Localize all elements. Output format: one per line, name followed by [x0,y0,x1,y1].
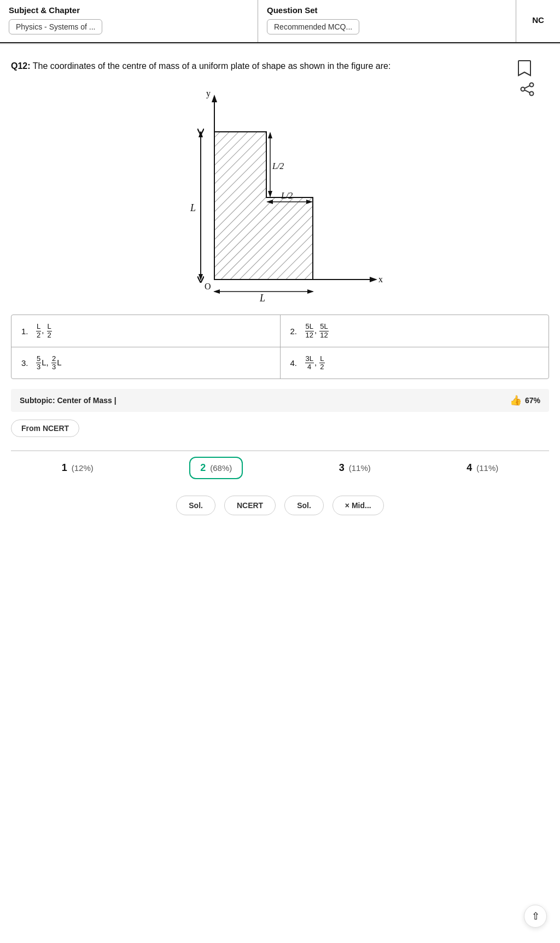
answer-4-pct: (11%) [476,463,498,473]
answer-1-num: 1 [62,462,67,474]
subtopic-text: Subtopic: Center of Mass | [20,396,116,405]
physics-figure: O x y [176,83,384,301]
svg-text:L: L [190,202,196,213]
option-cell-4[interactable]: 4. 3L4, L2 [281,347,549,379]
option-cell-2[interactable]: 2. 5L12, 5L12 [281,315,549,347]
option-2-num: 2. [290,327,300,336]
ncert-button[interactable]: NCERT [224,496,276,515]
svg-marker-6 [212,95,217,102]
svg-line-3 [524,85,530,88]
scroll-top-icon: ⇧ [532,910,540,922]
answer-opt-1[interactable]: 1 (12%) [62,462,94,474]
subtopic-bar: Subtopic: Center of Mass | 👍 67% [11,389,549,412]
svg-text:O: O [205,282,211,291]
subject-chapter-label: Subject & Chapter [9,5,249,15]
bottom-buttons: Sol. NCERT Sol. × Mid... [11,490,549,526]
question-set-col: Question Set Recommended MCQ... [258,0,516,42]
answer-4-num: 4 [466,462,472,474]
answer-2-pct: (68%) [210,463,232,473]
svg-marker-14 [214,132,313,280]
subtopic-label: Subtopic: [20,396,55,405]
option-1-math: L2, L2 [36,323,52,339]
sol-button-2[interactable]: Sol. [284,496,324,515]
option-cell-3[interactable]: 3. 53L, 23L [11,347,281,379]
answer-opt-3[interactable]: 3 (11%) [339,462,371,474]
header: Subject & Chapter Physics - Systems of .… [0,0,560,43]
svg-marker-18 [199,274,203,281]
svg-point-1 [521,87,525,91]
svg-text:L/2: L/2 [272,161,284,171]
svg-marker-22 [307,289,314,294]
svg-text:L: L [259,293,265,301]
ncert-badge[interactable]: From NCERT [11,420,79,437]
scroll-top-button[interactable]: ⇧ [524,905,547,928]
answer-1-pct: (12%) [72,463,94,473]
options-row-1: 1. L2, L2 2. 5L12, 5L12 [11,315,549,347]
svg-marker-26 [268,191,272,197]
figure-container: O x y [11,83,549,301]
svg-text:y: y [206,89,211,98]
share-icon[interactable] [520,82,535,100]
svg-point-2 [530,91,534,95]
svg-marker-17 [199,131,203,137]
bookmark-icon[interactable] [517,60,532,80]
question-text: Q12: The coordinates of the centre of ma… [11,60,549,73]
option-4-num: 4. [290,358,300,368]
like-section[interactable]: 👍 67% [510,394,540,406]
answer-distribution: 1 (12%) 2 (68%) 3 (11%) 4 (11%) [11,451,549,490]
svg-marker-8 [370,277,377,282]
answer-3-pct: (11%) [349,463,371,473]
question-set-label: Question Set [267,5,507,15]
answer-opt-4[interactable]: 4 (11%) [466,462,498,474]
subtopic-value: Center of Mass | [57,396,116,405]
svg-line-4 [524,90,530,92]
svg-marker-21 [213,289,220,294]
thumb-up-icon: 👍 [510,394,522,406]
question-section: Q12: The coordinates of the centre of ma… [0,44,560,526]
ncert-col: NC [516,0,560,42]
options-grid: 1. L2, L2 2. 5L12, 5L12 3. 53L, [11,315,549,379]
option-3-num: 3. [21,358,31,368]
subject-chapter-value[interactable]: Physics - Systems of ... [9,19,102,34]
question-set-value[interactable]: Recommended MCQ... [267,19,359,34]
question-number: Q12: [11,61,31,71]
subject-chapter-col: Subject & Chapter Physics - Systems of .… [0,0,258,42]
svg-text:x: x [378,275,383,284]
option-4-math: 3L4, L2 [305,355,325,371]
ncert-label: NC [532,15,544,25]
option-1-num: 1. [21,327,31,336]
option-3-math: 53L, 23L [36,355,62,371]
question-body: The coordinates of the centre of mass of… [33,61,391,71]
svg-marker-25 [268,132,272,138]
sol-button-1[interactable]: Sol. [176,496,215,515]
answer-3-num: 3 [339,462,345,474]
answer-opt-2[interactable]: 2 (68%) [189,457,243,479]
option-2-math: 5L12, 5L12 [305,323,329,339]
like-pct: 67% [525,396,540,405]
svg-point-0 [530,83,534,86]
mid-button[interactable]: × Mid... [332,496,384,515]
svg-text:L/2: L/2 [281,191,293,200]
option-cell-1[interactable]: 1. L2, L2 [11,315,281,347]
answer-2-num: 2 [200,462,206,474]
options-row-2: 3. 53L, 23L 4. 3L4, L2 [11,347,549,379]
